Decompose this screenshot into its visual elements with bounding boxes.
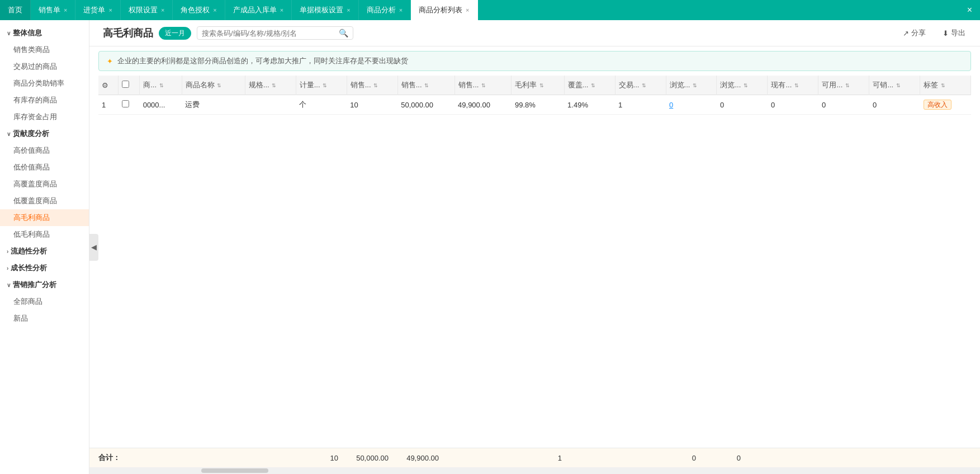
sidebar-item-低价值商品[interactable]: 低价值商品 bbox=[0, 159, 89, 176]
sidebar-item-新品[interactable]: 新品 bbox=[0, 310, 89, 327]
table-row: 10000...运费个1050,000.0049,900.0099.8%1.49… bbox=[98, 95, 971, 115]
nav-item-产成品入库单[interactable]: 产成品入库单× bbox=[225, 0, 292, 20]
sort-icon: ⇅ bbox=[894, 83, 901, 88]
th-current[interactable]: 现有... ⇅ bbox=[768, 76, 818, 95]
table-header-row: ⚙商... ⇅商品名称 ⇅规格... ⇅计量... ⇅销售... ⇅销售... … bbox=[98, 76, 971, 95]
search-icon[interactable]: 🔍 bbox=[339, 29, 348, 37]
sidebar-item-有库存的商品[interactable]: 有库存的商品 bbox=[0, 92, 89, 109]
footer-cell bbox=[487, 454, 532, 462]
main-layout: ∨整体信息销售类商品交易过的商品商品分类助销率有库存的商品库存资金占用∨贡献度分… bbox=[0, 20, 980, 474]
footer-cell: 10 bbox=[308, 454, 342, 462]
footer-total-bar: 合计： 1050,000.0049,900.00100 bbox=[89, 448, 980, 467]
sort-icon: ⇅ bbox=[216, 83, 222, 88]
sidebar-item-高价值商品[interactable]: 高价值商品 bbox=[0, 142, 89, 159]
product-code: 0000... bbox=[140, 95, 182, 115]
sort-icon: ⇅ bbox=[640, 83, 646, 88]
th-coverage[interactable]: 覆盖... ⇅ bbox=[564, 76, 615, 95]
th-saleAmt[interactable]: 销售... ⇅ bbox=[397, 76, 455, 95]
sidebar-item-商品分类助销率[interactable]: 商品分类助销率 bbox=[0, 75, 89, 92]
content-header: 高毛利商品 近一月 🔍 ↗ 分享 ⬇ 导出 bbox=[89, 20, 980, 46]
footer-cell: 0 bbox=[655, 454, 699, 462]
footer-cell bbox=[610, 454, 655, 462]
sidebar-group-整体信息[interactable]: ∨整体信息 bbox=[0, 25, 89, 41]
nav-item-权限设置[interactable]: 权限设置× bbox=[121, 0, 173, 20]
nav-close-icon[interactable]: × bbox=[64, 7, 67, 13]
search-box: 🔍 bbox=[197, 26, 353, 40]
th-code[interactable]: 商... ⇅ bbox=[140, 76, 182, 95]
th-grossMargin[interactable]: 毛利率 ⇅ bbox=[512, 76, 564, 95]
nav-close-icon[interactable]: × bbox=[399, 7, 403, 13]
nav-item-销售单[interactable]: 销售单× bbox=[31, 0, 75, 20]
chevron-left-icon: ◀ bbox=[91, 243, 97, 251]
select-all-checkbox[interactable] bbox=[122, 81, 129, 88]
sidebar-item-高覆盖度商品[interactable]: 高覆盖度商品 bbox=[0, 176, 89, 193]
sidebar-item-交易过的商品[interactable]: 交易过的商品 bbox=[0, 58, 89, 75]
sellable-stock: 0 bbox=[869, 95, 920, 115]
coverage: 1.49% bbox=[564, 95, 615, 115]
th-tradeCount[interactable]: 交易... ⇅ bbox=[615, 76, 666, 95]
info-banner: ✦ 企业的主要的利润都是这部分商品创造的，可考虑加大推广，同时关注库存是不要出现… bbox=[98, 51, 971, 71]
info-icon: ✦ bbox=[107, 57, 113, 65]
nav-close-icon[interactable]: × bbox=[280, 7, 283, 13]
window-close-button[interactable]: × bbox=[959, 0, 980, 20]
sidebar-item-库存资金占用[interactable]: 库存资金占用 bbox=[0, 109, 89, 125]
th-available[interactable]: 可用... ⇅ bbox=[818, 76, 869, 95]
th-unit[interactable]: 计量... ⇅ bbox=[296, 76, 347, 95]
footer-label: 合计： bbox=[98, 453, 120, 463]
nav-item-商品分析列表[interactable]: 商品分析列表× bbox=[411, 0, 477, 20]
bottom-scrollbar[interactable] bbox=[89, 467, 980, 474]
sidebar-item-销售类商品[interactable]: 销售类商品 bbox=[0, 41, 89, 58]
sale-profit: 49,900.00 bbox=[455, 95, 512, 115]
th-saleQty[interactable]: 销售... ⇅ bbox=[347, 76, 397, 95]
th-tag[interactable]: 标签 ⇅ bbox=[920, 76, 971, 95]
sidebar-group-营销推广分析[interactable]: ∨营销推广分析 bbox=[0, 276, 89, 293]
data-table: ⚙商... ⇅商品名称 ⇅规格... ⇅计量... ⇅销售... ⇅销售... … bbox=[98, 76, 971, 115]
sidebar-collapse-button[interactable]: ◀ bbox=[89, 234, 98, 261]
gross-margin: 99.8% bbox=[512, 95, 564, 115]
th-spec[interactable]: 规格... ⇅ bbox=[245, 76, 296, 95]
nav-close-icon[interactable]: × bbox=[347, 7, 350, 13]
sidebar-group-贡献度分析[interactable]: ∨贡献度分析 bbox=[0, 125, 89, 142]
sidebar-item-低覆盖度商品[interactable]: 低覆盖度商品 bbox=[0, 193, 89, 209]
sidebar: ∨整体信息销售类商品交易过的商品商品分类助销率有库存的商品库存资金占用∨贡献度分… bbox=[0, 20, 89, 474]
th-saleProfit[interactable]: 销售... ⇅ bbox=[455, 76, 512, 95]
product-name: 运费 bbox=[182, 95, 245, 115]
share-button[interactable]: ↗ 分享 bbox=[897, 26, 931, 40]
nav-item-进货单[interactable]: 进货单× bbox=[75, 0, 120, 20]
th-sellable[interactable]: 可销... ⇅ bbox=[869, 76, 920, 95]
row-number: 1 bbox=[98, 95, 119, 115]
th-name[interactable]: 商品名称 ⇅ bbox=[182, 76, 245, 95]
sidebar-group-成长性分析[interactable]: ›成长性分析 bbox=[0, 260, 89, 276]
th-views2[interactable]: 浏览... ⇅ bbox=[717, 76, 768, 95]
filter-recent-month-button[interactable]: 近一月 bbox=[159, 27, 191, 40]
search-input[interactable] bbox=[202, 29, 339, 37]
nav-close-icon[interactable]: × bbox=[108, 7, 112, 13]
sidebar-group-label: 整体信息 bbox=[13, 28, 42, 38]
nav-item-首页[interactable]: 首页 bbox=[0, 0, 31, 20]
row-select-checkbox[interactable] bbox=[122, 100, 129, 107]
table-container: ⚙商... ⇅商品名称 ⇅规格... ⇅计量... ⇅销售... ⇅销售... … bbox=[89, 76, 980, 448]
nav-item-商品分析[interactable]: 商品分析× bbox=[359, 0, 411, 20]
scroll-thumb bbox=[201, 468, 268, 473]
sidebar-item-全部商品[interactable]: 全部商品 bbox=[0, 293, 89, 310]
nav-close-icon[interactable]: × bbox=[161, 7, 164, 13]
nav-item-单据模板设置[interactable]: 单据模板设置× bbox=[292, 0, 358, 20]
footer-cell: 50,000.00 bbox=[342, 454, 392, 462]
sale-amount: 50,000.00 bbox=[397, 95, 455, 115]
sidebar-group-label: 营销推广分析 bbox=[13, 280, 56, 290]
th-views1[interactable]: 浏览... ⇅ bbox=[666, 76, 717, 95]
nav-close-icon[interactable]: × bbox=[213, 7, 216, 13]
nav-item-角色授权[interactable]: 角色授权× bbox=[173, 0, 225, 20]
nav-close-icon[interactable]: × bbox=[466, 7, 469, 13]
content-area: ◀ 高毛利商品 近一月 🔍 ↗ 分享 ⬇ 导出 ✦ 企业的主要的利润都是这部分商… bbox=[89, 20, 980, 474]
sort-icon: ⇅ bbox=[844, 83, 850, 88]
export-button[interactable]: ⬇ 导出 bbox=[937, 26, 971, 40]
sidebar-item-低毛利商品[interactable]: 低毛利商品 bbox=[0, 226, 89, 243]
sidebar-item-高毛利商品[interactable]: 高毛利商品 bbox=[0, 209, 89, 226]
product-spec bbox=[245, 95, 296, 115]
footer-cell bbox=[442, 454, 487, 462]
footer-cell bbox=[744, 454, 789, 462]
footer-cell: 1 bbox=[532, 454, 565, 462]
sidebar-group-流趋性分析[interactable]: ›流趋性分析 bbox=[0, 243, 89, 260]
views1-link[interactable]: 0 bbox=[669, 101, 673, 109]
